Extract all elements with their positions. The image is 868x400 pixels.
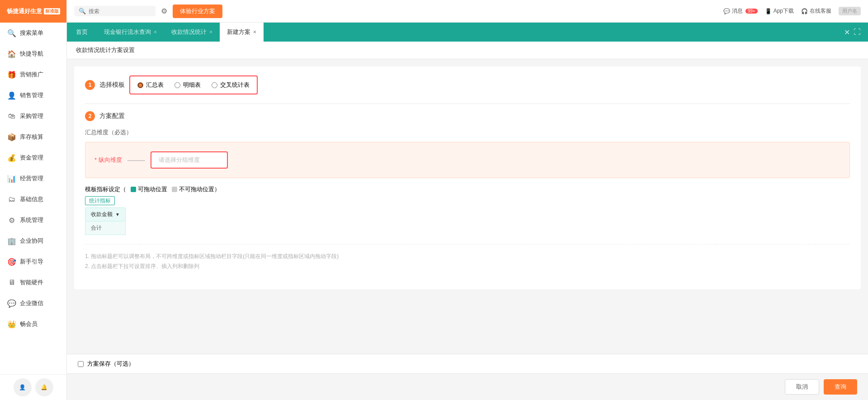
message-action[interactable]: 💬 消息 99+ bbox=[723, 7, 758, 15]
radio-detail-label: 明细表 bbox=[183, 81, 201, 89]
metrics-header: 模板指标设定（ 可拖动位置 不可拖动位置） bbox=[85, 185, 850, 193]
radio-cross-input[interactable] bbox=[212, 82, 217, 88]
expand-icon[interactable]: ⛶ bbox=[854, 28, 861, 36]
metrics-table-body: 合计 bbox=[85, 221, 126, 235]
tip2: 2. 点击标题栏下拉可设置排序、插入列和删除列 bbox=[85, 262, 850, 272]
sidebar-item-finance[interactable]: 💰 资金管理 bbox=[0, 147, 66, 168]
dimension-area: 纵向维度 ——— 请选择分组维度 bbox=[85, 142, 850, 178]
search-box[interactable]: 🔍 bbox=[74, 6, 156, 16]
target-icon: 🎯 bbox=[7, 258, 16, 266]
draggable-label: 可拖动位置 bbox=[138, 185, 167, 193]
radio-summary-label: 汇总表 bbox=[146, 81, 164, 89]
metric-header-label: 收款金额 bbox=[91, 211, 113, 218]
monitor-icon: 🖥 bbox=[7, 278, 16, 287]
headset-icon: 🎧 bbox=[801, 8, 808, 14]
service-action[interactable]: 🎧 在线客服 bbox=[801, 7, 831, 15]
app-download-action[interactable]: 📱 App下载 bbox=[765, 7, 794, 15]
save-section: 方案保存（可选） bbox=[67, 354, 868, 373]
metrics-table: 统计指标 收款金额 ▼ 合计 bbox=[85, 197, 126, 235]
box-icon: 📦 bbox=[7, 133, 16, 141]
sidebar-item-search[interactable]: 🔍 搜索菜单 bbox=[0, 23, 66, 43]
arrow-icon: ——— bbox=[127, 157, 145, 164]
metrics-table-header[interactable]: 收款金额 ▼ bbox=[85, 207, 126, 221]
cancel-button[interactable]: 取消 bbox=[785, 379, 819, 395]
main-content: 🔍 ⚙ 体验行业方案 💬 消息 99+ 📱 App下载 🎧 在线客服 用户名 首… bbox=[67, 0, 868, 400]
metrics-section: 模板指标设定（ 可拖动位置 不可拖动位置） bbox=[85, 185, 850, 235]
search-icon: 🔍 bbox=[7, 29, 16, 38]
tab-home[interactable]: 首页 bbox=[67, 23, 97, 42]
radio-summary-input[interactable] bbox=[137, 82, 143, 88]
tab-label: 收款情况统计 bbox=[171, 28, 207, 36]
sidebar-item-ops[interactable]: 📊 经营管理 bbox=[0, 168, 66, 189]
step2-num: 2 bbox=[85, 111, 95, 121]
radio-detail[interactable]: 明细表 bbox=[175, 81, 201, 89]
divider1 bbox=[85, 104, 850, 104]
tab-collection[interactable]: 收款情况统计 × bbox=[164, 23, 220, 42]
user-avatar[interactable]: 用户名 bbox=[839, 7, 861, 15]
sidebar-item-enterprise[interactable]: 🏢 企业协同 bbox=[0, 231, 66, 251]
tab-new-plan[interactable]: 新建方案 × bbox=[220, 23, 264, 42]
tab-close-cashflow[interactable]: × bbox=[154, 29, 157, 35]
sidebar-item-system[interactable]: ⚙ 系统管理 bbox=[0, 210, 66, 231]
sidebar-item-label: 经营管理 bbox=[20, 174, 43, 183]
home-icon: 🏠 bbox=[7, 50, 16, 58]
vertical-dimension-label: 纵向维度 bbox=[94, 156, 122, 164]
sidebar-item-guide[interactable]: 🎯 新手引导 bbox=[0, 251, 66, 272]
phone-icon: 📱 bbox=[765, 8, 772, 14]
close-window-icon[interactable]: ✕ bbox=[844, 28, 850, 37]
tab-bar: 首页 现金银行流水查询 × 收款情况统计 × 新建方案 × ✕ ⛶ bbox=[67, 23, 868, 42]
money-icon: 💰 bbox=[7, 154, 16, 162]
search-input[interactable] bbox=[89, 8, 143, 14]
industry-button[interactable]: 体验行业方案 bbox=[173, 5, 222, 18]
sidebar-item-basic[interactable]: 🗂 基础信息 bbox=[0, 189, 66, 210]
save-checkbox[interactable] bbox=[78, 361, 84, 367]
non-draggable-indicator bbox=[172, 187, 177, 192]
settings-icon[interactable]: ⚙ bbox=[161, 7, 167, 15]
radio-group-templates: 汇总表 明细表 交叉统计表 bbox=[137, 81, 250, 89]
dimension-dropdown[interactable]: 请选择分组维度 bbox=[151, 151, 228, 169]
tab-bar-right: ✕ ⛶ bbox=[844, 28, 868, 37]
top-bar: 🔍 ⚙ 体验行业方案 💬 消息 99+ 📱 App下载 🎧 在线客服 用户名 bbox=[67, 0, 868, 23]
sidebar-item-label: 销售管理 bbox=[20, 91, 43, 99]
logo-badge: 标准版 bbox=[44, 8, 60, 14]
sidebar-item-label: 畅会员 bbox=[20, 320, 38, 328]
sidebar-item-purchase[interactable]: 🛍 采购管理 bbox=[0, 106, 66, 127]
sidebar-item-member[interactable]: 👑 畅会员 bbox=[0, 314, 66, 334]
radio-summary[interactable]: 汇总表 bbox=[137, 81, 164, 89]
sidebar-item-label: 系统管理 bbox=[20, 216, 43, 224]
sidebar-item-label: 搜索菜单 bbox=[20, 29, 43, 37]
sidebar-item-wechat[interactable]: 💬 企业微信 bbox=[0, 293, 66, 314]
service-label: 在线客服 bbox=[810, 7, 831, 15]
dimension-title: 汇总维度（必选） bbox=[85, 128, 850, 136]
sidebar-item-label: 智能硬件 bbox=[20, 278, 43, 287]
tab-close-new[interactable]: × bbox=[253, 29, 256, 35]
sidebar-item-label: 基础信息 bbox=[20, 195, 43, 203]
sidebar-bottom-icon2[interactable]: 🔔 bbox=[35, 378, 53, 396]
sidebar-item-label: 采购管理 bbox=[20, 112, 43, 120]
stat-indicator-label: 统计指标 bbox=[85, 196, 115, 205]
draggable-hint: 可拖动位置 bbox=[131, 185, 167, 193]
gear-icon: ⚙ bbox=[7, 216, 16, 225]
tab-cashflow[interactable]: 现金银行流水查询 × bbox=[97, 23, 164, 42]
sidebar-item-hardware[interactable]: 🖥 智能硬件 bbox=[0, 272, 66, 293]
sidebar-item-inventory[interactable]: 📦 库存核算 bbox=[0, 127, 66, 147]
sidebar-item-label: 资金管理 bbox=[20, 154, 43, 162]
radio-detail-input[interactable] bbox=[175, 82, 180, 88]
sidebar-item-label: 企业协同 bbox=[20, 237, 43, 245]
sidebar-item-marketing[interactable]: 🎁 营销推广 bbox=[0, 64, 66, 85]
sidebar-item-nav[interactable]: 🏠 快捷导航 bbox=[0, 43, 66, 64]
step1-title: 选择模板 bbox=[99, 81, 125, 89]
tab-label: 新建方案 bbox=[227, 28, 250, 36]
query-button[interactable]: 查询 bbox=[824, 379, 857, 395]
sidebar-bottom-icon1[interactable]: 👤 bbox=[14, 378, 32, 396]
radio-cross[interactable]: 交叉统计表 bbox=[212, 81, 250, 89]
page-breadcrumb: 收款情况统计方案设置 bbox=[67, 42, 868, 59]
sidebar-item-sales[interactable]: 👤 销售管理 bbox=[0, 85, 66, 106]
template-selection-box: 汇总表 明细表 交叉统计表 bbox=[129, 75, 258, 94]
search-icon: 🔍 bbox=[79, 8, 86, 14]
sidebar: 畅捷通好生意 标准版 🔍 搜索菜单 🏠 快捷导航 🎁 营销推广 👤 销售管理 🛍… bbox=[0, 0, 67, 400]
settings-panel: 1 选择模板 汇总表 明细表 bbox=[74, 66, 861, 289]
tab-label: 现金银行流水查询 bbox=[104, 28, 151, 36]
folder-icon: 🗂 bbox=[7, 195, 16, 203]
tab-close-collection[interactable]: × bbox=[209, 29, 212, 35]
